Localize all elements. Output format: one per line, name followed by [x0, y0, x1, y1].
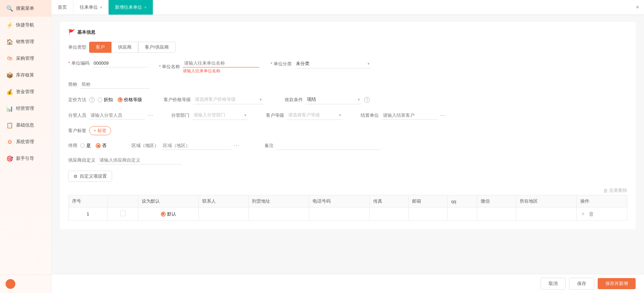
- pricing-field: 定价方法 ? 折扣 价格等级: [68, 97, 142, 103]
- radio-discount-label: 折扣: [104, 97, 113, 103]
- cell-seq: 1: [69, 207, 108, 221]
- tab-new-partner[interactable]: 新增往来单位 ×: [109, 0, 153, 15]
- dept-select[interactable]: 请输入分管部门 ▾: [192, 111, 248, 120]
- tag-row: 客户标签 + 标签: [68, 126, 627, 135]
- col-checkbox: [108, 195, 138, 207]
- tab-new-partner-close[interactable]: ×: [144, 5, 146, 9]
- tab-partners-close[interactable]: ×: [100, 5, 102, 9]
- unit-category-label: 单位分类: [270, 61, 292, 67]
- add-row-button[interactable]: ＋: [580, 210, 586, 218]
- tab-partners[interactable]: 往来单位 ×: [73, 0, 109, 15]
- supplier-custom-label: 供应商自定义: [68, 157, 95, 163]
- type-btn-customer[interactable]: 客户: [89, 42, 111, 53]
- sidebar-item-sales[interactable]: 🏠 销售管理: [0, 33, 51, 50]
- save-and-new-button[interactable]: 保存并新增: [598, 278, 636, 289]
- sidebar-item-label: 搜索菜单: [16, 5, 34, 11]
- disabled-radio-group: 是 否: [80, 143, 107, 149]
- sidebar-item-basic-info[interactable]: 📋 基础信息: [0, 117, 51, 133]
- custom-settings-button[interactable]: ⚙ 自定义项设置: [68, 171, 112, 182]
- manager-more-icon[interactable]: ···: [148, 112, 153, 119]
- pricing-radio-group: 折扣 价格等级: [97, 97, 142, 103]
- disabled-field: 停用 是 否: [68, 143, 107, 149]
- pricing-help-icon[interactable]: ?: [89, 97, 95, 103]
- tab-home-label: 首页: [58, 4, 67, 10]
- abbr-label: 简称: [68, 81, 77, 88]
- sales-icon: 🏠: [6, 38, 13, 45]
- row-checkbox[interactable]: [120, 211, 126, 216]
- unit-category-select[interactable]: 未分类 ▾: [294, 59, 371, 68]
- region-input[interactable]: [162, 141, 231, 150]
- col-phone: 电话号码: [309, 195, 370, 207]
- finance-icon: 💰: [6, 88, 13, 95]
- unit-code-label: 单位编码: [68, 60, 89, 66]
- delete-row-button[interactable]: 🗑: [589, 211, 594, 217]
- supplier-custom-input[interactable]: [98, 156, 182, 164]
- sidebar: 🔍 搜索菜单 ⚡ 快捷导航 🏠 销售管理 🛍 采购管理 📦 库存核算 💰 资金管…: [0, 0, 52, 293]
- type-btn-supplier[interactable]: 供应商: [111, 42, 138, 53]
- tab-partners-label: 往来单位: [80, 4, 98, 10]
- sidebar-item-label: 快捷导航: [16, 22, 34, 28]
- sys-mgmt-icon: ⚙: [6, 138, 13, 145]
- radio-yes[interactable]: 是: [80, 143, 91, 149]
- col-seq: 序号: [69, 195, 108, 207]
- code-name-row: 单位编码 单位名称 请输入往来单位名称 单位分类 未分类 ▾: [68, 59, 627, 74]
- close-all-tabs[interactable]: ×: [631, 4, 644, 10]
- cancel-button[interactable]: 取消: [541, 278, 566, 290]
- save-button[interactable]: 保存: [569, 278, 594, 290]
- customer-level-value: 请选择客户等级: [288, 112, 338, 118]
- settlement-more-icon[interactable]: ···: [440, 112, 446, 119]
- radio-price-level[interactable]: 价格等级: [118, 97, 142, 103]
- cell-wechat: [477, 207, 516, 221]
- sidebar-item-sys-mgmt[interactable]: ⚙ 系统管理: [0, 133, 51, 150]
- payment-terms-select[interactable]: 现结 ▾: [306, 95, 361, 104]
- type-btn-both[interactable]: 客户/供应商: [138, 42, 175, 53]
- unit-name-input[interactable]: [183, 59, 259, 67]
- sidebar-item-operations[interactable]: 📊 经营管理: [0, 100, 51, 117]
- dept-field: 分管部门 请输入分管部门 ▾: [171, 111, 248, 120]
- remark-label: 备注: [265, 143, 274, 149]
- sidebar-item-label: 销售管理: [16, 39, 34, 45]
- abbr-input[interactable]: [80, 80, 150, 89]
- region-more-icon[interactable]: ···: [234, 143, 239, 149]
- tab-new-partner-label: 新增往来单位: [115, 4, 142, 10]
- payment-terms-label: 收款条件: [285, 97, 303, 103]
- manager-field: 分管人员 ···: [68, 111, 153, 120]
- add-tag-label: + 标签: [94, 128, 107, 134]
- section-title-text: 基本信息: [77, 29, 95, 35]
- cell-qq: [448, 207, 477, 221]
- disabled-region-row: 停用 是 否 区域（地区） ···: [68, 141, 627, 150]
- sidebar-item-quicknav[interactable]: ⚡ 快捷导航: [0, 17, 51, 33]
- unit-name-error: 请输入往来单位名称: [183, 68, 259, 74]
- remark-input[interactable]: [276, 141, 381, 150]
- radio-no[interactable]: 否: [96, 143, 107, 149]
- sidebar-item-finance[interactable]: 💰 资金管理: [0, 83, 51, 100]
- cell-fax: [370, 207, 409, 221]
- radio-discount[interactable]: 折扣: [97, 97, 113, 103]
- sidebar-item-label: 经营管理: [16, 105, 34, 112]
- payment-terms-help-icon[interactable]: ?: [364, 97, 370, 103]
- chevron-down-icon: ▾: [368, 62, 370, 66]
- add-tag-button[interactable]: + 标签: [89, 126, 111, 135]
- sidebar-item-newbie[interactable]: 🎯 新手引导: [0, 150, 51, 167]
- unit-code-input[interactable]: [92, 59, 148, 67]
- settlement-input[interactable]: [382, 111, 437, 120]
- sidebar-item-purchase[interactable]: 🛍 采购管理: [0, 50, 51, 67]
- user-avatar: [6, 279, 15, 289]
- unit-name-field: 单位名称 请输入往来单位名称: [159, 59, 260, 74]
- sidebar-item-label: 新手引导: [16, 155, 34, 162]
- main-area: 首页 往来单位 × 新增往来单位 × × 🚩 基本信息 单位类型: [52, 0, 644, 293]
- manager-input[interactable]: [89, 111, 145, 120]
- default-radio[interactable]: 默认: [142, 211, 195, 217]
- sidebar-item-inventory[interactable]: 📦 库存核算: [0, 67, 51, 83]
- customer-price-select[interactable]: 请选择客户价格等级 ▾: [194, 95, 263, 104]
- radio-no-circle: [96, 143, 101, 148]
- flag-icon: 🚩: [68, 29, 75, 35]
- sidebar-item-search[interactable]: 🔍 搜索菜单: [0, 0, 51, 17]
- radio-price-level-label: 价格等级: [124, 97, 142, 103]
- unit-category-value: 未分类: [296, 60, 366, 67]
- customer-level-select[interactable]: 请选择客户等级 ▾: [287, 111, 343, 120]
- operations-icon: 📊: [6, 105, 13, 112]
- tab-home[interactable]: 首页: [52, 0, 73, 15]
- cell-email: [409, 207, 448, 221]
- batch-delete-button[interactable]: 🗑 批量删除: [68, 187, 627, 194]
